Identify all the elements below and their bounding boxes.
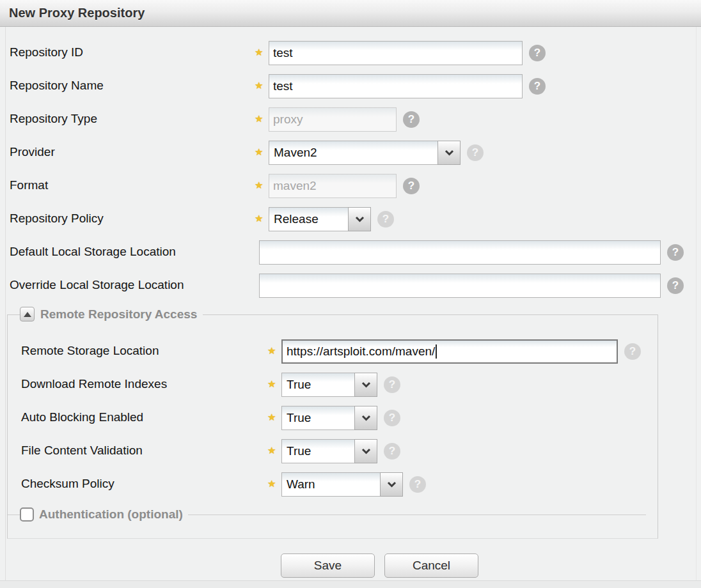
- text-caret: [436, 344, 437, 359]
- help-icon[interactable]: ?: [667, 244, 684, 261]
- form-row-provider: Provider ★ Maven2 ?: [10, 141, 696, 174]
- field-label: File Content Validation: [21, 439, 267, 458]
- field-label: Remote Storage Location: [21, 339, 267, 358]
- authentication-legend-label: Authentication (optional): [34, 507, 188, 522]
- help-icon[interactable]: ?: [403, 111, 420, 128]
- required-star-icon: ★: [255, 180, 263, 190]
- form-row-remote-storage: Remote Storage Location ★ https://artspl…: [8, 339, 658, 373]
- form-row-auto-blocking: Auto Blocking Enabled ★ True ?: [8, 406, 658, 439]
- chevron-down-icon: [361, 415, 371, 421]
- fieldset-legend-label: Remote Repository Access: [40, 307, 197, 321]
- form-row-override-storage: Override Local Storage Location ?: [10, 274, 696, 307]
- required-star-icon: ★: [267, 445, 276, 456]
- remote-storage-input[interactable]: https://artsploit.com/maven/: [281, 339, 618, 364]
- field-label: Repository ID: [10, 41, 255, 59]
- help-icon[interactable]: ?: [384, 443, 400, 460]
- repository-policy-select[interactable]: Release: [269, 207, 371, 231]
- repository-name-input[interactable]: [269, 74, 523, 98]
- help-icon[interactable]: ?: [667, 277, 684, 294]
- chevron-down-icon: [387, 481, 397, 488]
- page-title: New Proxy Repository: [9, 6, 145, 20]
- field-label: Repository Policy: [10, 207, 255, 226]
- provider-select[interactable]: Maven2: [269, 141, 461, 165]
- field-label: Auto Blocking Enabled: [21, 406, 267, 424]
- required-star-icon: ★: [255, 146, 263, 157]
- remote-storage-input-value: https://artsploit.com/maven/: [287, 344, 435, 359]
- provider-select-value: Maven2: [269, 141, 437, 165]
- chevron-up-icon: [24, 312, 31, 317]
- help-icon[interactable]: ?: [467, 144, 484, 161]
- chevron-down-icon: [361, 448, 371, 454]
- help-icon[interactable]: ?: [384, 410, 400, 426]
- chevron-down-icon: [355, 216, 365, 222]
- auto-blocking-select-value: True: [281, 406, 354, 430]
- help-icon[interactable]: ?: [409, 476, 426, 493]
- file-validation-select[interactable]: True: [281, 439, 377, 463]
- form-row-format: Format ★ ?: [10, 174, 696, 207]
- field-label: Format: [10, 174, 255, 192]
- dropdown-trigger-button[interactable]: [354, 373, 377, 397]
- required-star-icon: ★: [267, 378, 276, 389]
- download-indexes-select-value: True: [281, 373, 354, 397]
- form-row-repository-id: Repository ID ★ ?: [10, 41, 696, 74]
- form-row-checksum-policy: Checksum Policy ★ Warn ?: [8, 472, 658, 506]
- required-star-icon: ★: [267, 345, 276, 356]
- field-label: Repository Name: [10, 74, 255, 93]
- file-validation-select-value: True: [281, 439, 354, 463]
- required-star-icon: ★: [267, 478, 276, 489]
- help-icon[interactable]: ?: [377, 211, 394, 228]
- dropdown-trigger-button[interactable]: [437, 141, 461, 165]
- window-footer-bar: [0, 580, 701, 588]
- help-icon[interactable]: ?: [624, 343, 641, 360]
- form-row-file-validation: File Content Validation ★ True ?: [8, 439, 658, 472]
- repository-id-input[interactable]: [269, 41, 523, 65]
- default-storage-input[interactable]: [259, 240, 661, 265]
- repository-type-input: [269, 107, 397, 132]
- field-label: Repository Type: [10, 107, 255, 126]
- dropdown-trigger-button[interactable]: [348, 207, 371, 231]
- authentication-checkbox[interactable]: [20, 507, 34, 522]
- repository-policy-select-value: Release: [269, 207, 348, 231]
- new-proxy-repository-window: New Proxy Repository Repository ID ★ ? R…: [0, 0, 701, 588]
- fieldset-legend: Remote Repository Access: [20, 307, 203, 321]
- window-titlebar: New Proxy Repository: [0, 0, 701, 27]
- remote-repository-access-fieldset: Remote Repository Access Remote Storage …: [7, 314, 658, 539]
- required-star-icon: ★: [255, 80, 263, 91]
- checksum-policy-select[interactable]: Warn: [281, 472, 403, 497]
- help-icon[interactable]: ?: [529, 78, 546, 95]
- field-label: Download Remote Indexes: [21, 373, 267, 391]
- fieldset-border-line: [8, 514, 20, 515]
- dropdown-trigger-button[interactable]: [380, 472, 403, 497]
- checksum-policy-select-value: Warn: [281, 472, 380, 497]
- required-star-icon: ★: [267, 412, 276, 422]
- auto-blocking-select[interactable]: True: [281, 406, 377, 430]
- field-label: Override Local Storage Location: [10, 274, 259, 292]
- fieldset-border-line: [188, 514, 646, 515]
- authentication-fieldset: Authentication (optional): [8, 506, 658, 523]
- form-row-default-storage: Default Local Storage Location ?: [10, 240, 696, 274]
- override-storage-input[interactable]: [259, 274, 661, 298]
- form-button-bar: Save Cancel: [10, 553, 696, 578]
- format-input: [269, 174, 397, 198]
- cancel-button[interactable]: Cancel: [384, 553, 478, 578]
- help-icon[interactable]: ?: [384, 376, 400, 393]
- field-label: Checksum Policy: [21, 472, 267, 491]
- help-icon[interactable]: ?: [403, 178, 420, 194]
- help-icon[interactable]: ?: [529, 45, 546, 61]
- required-star-icon: ★: [255, 113, 263, 124]
- form-row-repository-policy: Repository Policy ★ Release ?: [10, 207, 696, 240]
- dropdown-trigger-button[interactable]: [354, 439, 377, 463]
- dropdown-trigger-button[interactable]: [354, 406, 377, 430]
- required-star-icon: ★: [255, 213, 263, 224]
- repository-form: Repository ID ★ ? Repository Name ★ ? Re…: [5, 27, 697, 580]
- form-row-repository-name: Repository Name ★ ?: [10, 74, 696, 107]
- save-button[interactable]: Save: [281, 553, 375, 578]
- chevron-down-icon: [361, 382, 371, 388]
- collapse-toggle-button[interactable]: [20, 307, 35, 321]
- required-star-icon: ★: [255, 47, 263, 58]
- field-label: Provider: [10, 141, 255, 159]
- chevron-down-icon: [445, 150, 454, 156]
- form-row-download-indexes: Download Remote Indexes ★ True ?: [8, 373, 658, 406]
- field-label: Default Local Storage Location: [10, 240, 259, 259]
- download-indexes-select[interactable]: True: [281, 373, 377, 397]
